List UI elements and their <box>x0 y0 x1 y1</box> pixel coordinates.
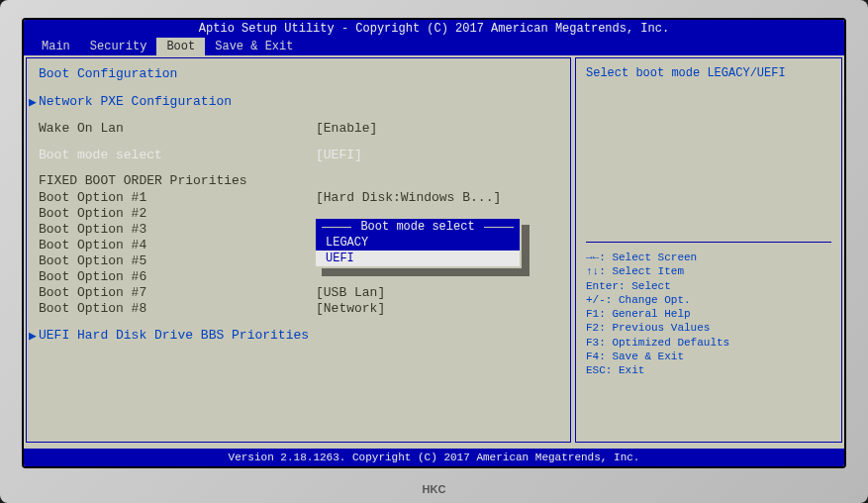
wake-on-lan-value: [Enable] <box>316 121 377 136</box>
boot-option-row[interactable]: Boot Option #6 <box>39 269 558 284</box>
boot-mode-row[interactable]: Boot mode select [UEFI] <box>39 148 558 162</box>
boot-option-label: Boot Option #4 <box>39 238 316 252</box>
fixed-boot-title: FIXED BOOT ORDER Priorities <box>39 173 558 188</box>
popup-option-legacy[interactable]: LEGACY <box>316 235 520 251</box>
boot-option-value: [USB Lan] <box>316 285 385 300</box>
menu-boot[interactable]: Boot <box>156 38 205 55</box>
menu-save-exit[interactable]: Save & Exit <box>205 38 303 55</box>
boot-mode-label: Boot mode select <box>39 148 316 162</box>
help-line: F2: Previous Values <box>586 321 831 335</box>
help-line: ↑↓: Select Item <box>586 264 831 278</box>
help-line: +/-: Change Opt. <box>586 293 831 307</box>
boot-option-label: Boot Option #1 <box>39 190 316 205</box>
content-area: Boot Configuration ▶ Network PXE Configu… <box>24 55 844 445</box>
arrow-icon: ▶ <box>29 328 37 344</box>
boot-option-label: Boot Option #7 <box>39 285 316 300</box>
boot-mode-popup: Boot mode select LEGACY UEFI <box>314 217 522 268</box>
wake-on-lan-row[interactable]: Wake On Lan [Enable] <box>39 121 558 136</box>
popup-option-uefi[interactable]: UEFI <box>316 251 520 266</box>
help-line: F4: Save & Exit <box>586 350 831 363</box>
boot-option-label: Boot Option #2 <box>39 206 316 221</box>
help-line: ESC: Exit <box>586 363 831 377</box>
bios-screen: Aptio Setup Utility - Copyright (C) 2017… <box>22 18 846 468</box>
boot-option-value: [Network] <box>316 301 385 316</box>
monitor-brand: HKC <box>423 483 446 495</box>
network-pxe-row[interactable]: ▶ Network PXE Configuration <box>39 94 558 109</box>
help-description: Select boot mode LEGACY/UEFI <box>586 66 831 80</box>
help-divider <box>586 242 831 243</box>
footer-bar: Version 2.18.1263. Copyright (C) 2017 Am… <box>24 449 844 466</box>
uefi-priorities-row[interactable]: ▶ UEFI Hard Disk Drive BBS Priorities <box>39 328 558 343</box>
left-panel: Boot Configuration ▶ Network PXE Configu… <box>26 57 571 443</box>
popup-title: Boot mode select <box>316 219 520 235</box>
monitor-frame: Aptio Setup Utility - Copyright (C) 2017… <box>0 0 868 503</box>
arrow-icon: ▶ <box>29 94 37 110</box>
wake-on-lan-label: Wake On Lan <box>39 121 316 136</box>
boot-config-title: Boot Configuration <box>39 66 558 81</box>
boot-option-row[interactable]: Boot Option #1[Hard Disk:Windows B...] <box>39 190 558 205</box>
menu-main[interactable]: Main <box>32 38 80 55</box>
boot-option-label: Boot Option #6 <box>39 269 316 284</box>
boot-option-label: Boot Option #5 <box>39 253 316 268</box>
header-bar: Aptio Setup Utility - Copyright (C) 2017… <box>24 20 844 38</box>
help-line: F3: Optimized Defaults <box>586 336 831 350</box>
boot-option-label: Boot Option #8 <box>39 301 316 316</box>
boot-option-row[interactable]: Boot Option #8[Network] <box>39 301 558 316</box>
boot-option-row[interactable]: Boot Option #7[USB Lan] <box>39 285 558 300</box>
help-line: F1: General Help <box>586 307 831 321</box>
network-pxe-label: Network PXE Configuration <box>39 94 316 109</box>
help-line: Enter: Select <box>586 279 831 293</box>
menu-bar: Main Security Boot Save & Exit <box>24 38 844 55</box>
uefi-priorities-label: UEFI Hard Disk Drive BBS Priorities <box>39 328 316 343</box>
help-line: →←: Select Screen <box>586 251 831 264</box>
right-panel: Select boot mode LEGACY/UEFI →←: Select … <box>575 57 842 443</box>
boot-option-value: [Hard Disk:Windows B...] <box>316 190 501 205</box>
boot-option-label: Boot Option #3 <box>39 222 316 237</box>
boot-mode-value: [UEFI] <box>316 148 362 162</box>
menu-security[interactable]: Security <box>80 38 157 55</box>
